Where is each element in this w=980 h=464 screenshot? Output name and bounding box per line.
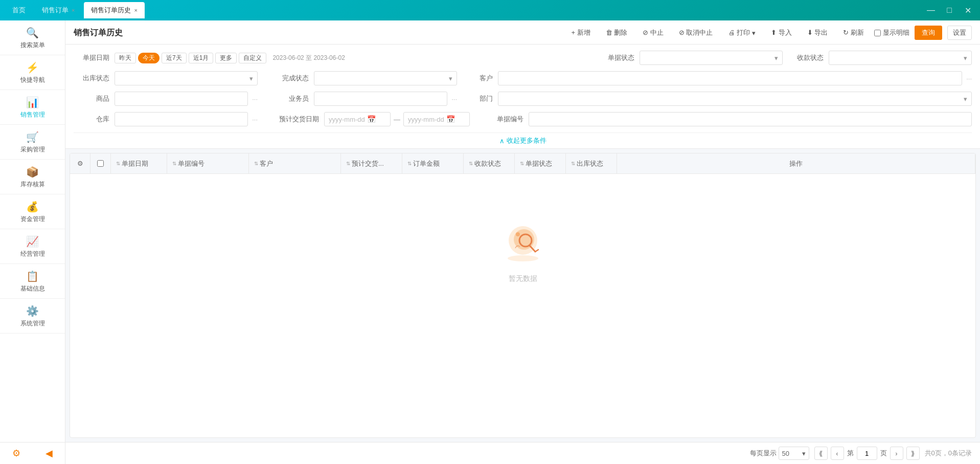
th-amount-label: 订单金额	[413, 159, 440, 168]
refresh-button[interactable]: ↻ 刷新	[838, 26, 869, 39]
settings-button[interactable]: 设置	[947, 26, 972, 40]
sidebar-item-inventory[interactable]: 📦 库存核算	[0, 160, 65, 194]
select-all-checkbox[interactable]	[97, 160, 104, 167]
sidebar-item-sales[interactable]: 📊 销售管理	[0, 90, 65, 125]
date-custom-btn[interactable]: 自定义	[239, 53, 266, 63]
first-page-btn[interactable]: ⟪	[814, 447, 828, 460]
pay-status-select[interactable]: ▾	[829, 51, 972, 65]
out-status-filter-label: 出库状态	[74, 74, 115, 83]
next-page-btn[interactable]: ›	[890, 447, 903, 460]
doc-number-input[interactable]	[529, 112, 972, 126]
th-customer[interactable]: ⇅ 客户	[249, 153, 341, 173]
sidebar-item-basic-info[interactable]: 📋 基础信息	[0, 264, 65, 299]
minimize-button[interactable]: —	[924, 3, 938, 17]
delivery-date-end[interactable]: yyyy-mm-dd 📅	[403, 112, 470, 126]
query-label: 查询	[922, 28, 935, 37]
tab-sales-order[interactable]: 销售订单 ×	[35, 2, 82, 18]
sidebar: 🔍 搜索菜单 ⚡ 快捷导航 📊 销售管理 🛒 采购管理 📦 库存核算 💰 资金管…	[0, 20, 65, 464]
goods-dots[interactable]: ···	[252, 95, 258, 103]
department-select[interactable]: ▾	[498, 92, 972, 106]
sidebar-item-operations[interactable]: 📈 经营管理	[0, 229, 65, 264]
new-button[interactable]: + 新增	[566, 26, 595, 39]
th-delivery[interactable]: ⇅ 预计交货...	[341, 153, 402, 173]
th-pay-status[interactable]: ⇅ 收款状态	[464, 153, 515, 173]
collapse-button[interactable]: ∧ 收起更多条件	[74, 132, 972, 148]
sidebar-collapse-icon[interactable]: ◀	[45, 448, 53, 459]
date-yesterday-btn[interactable]: 昨天	[115, 53, 136, 63]
doc-status-select[interactable]: ▾	[640, 51, 783, 65]
page-header: 销售订单历史 + 新增 🗑 删除 ⊘ 中止 ⊘ 取消中止 🖨 打印 ▾	[65, 20, 980, 45]
close-button[interactable]: ✕	[961, 3, 975, 17]
th-order[interactable]: ⇅ 单据编号	[167, 153, 249, 173]
search-menu-icon: 🔍	[26, 27, 39, 39]
complete-status-arrow: ▾	[449, 75, 452, 82]
date-more-btn[interactable]: 更多	[215, 53, 237, 63]
th-out-status[interactable]: ⇅ 出库状态	[566, 153, 617, 173]
export-button[interactable]: ⬇ 导出	[802, 26, 833, 39]
th-settings[interactable]: ⚙	[70, 153, 90, 173]
th-amount[interactable]: ⇅ 订单金额	[402, 153, 464, 173]
sidebar-bottom: ⚙ ◀	[0, 442, 65, 464]
warehouse-dots[interactable]: ···	[252, 116, 258, 123]
customer-dots[interactable]: ···	[966, 75, 972, 82]
page-size-dropdown[interactable]: 50 ▾	[779, 447, 809, 460]
tab-sales-order-history-close[interactable]: ×	[134, 7, 137, 13]
date-1month-btn[interactable]: 近1月	[189, 53, 214, 63]
goods-input[interactable]	[115, 92, 248, 106]
sys-mgmt-icon: ⚙️	[26, 305, 39, 317]
sidebar-item-quick-nav[interactable]: ⚡ 快捷导航	[0, 55, 65, 90]
tab-sales-order-history-label: 销售订单历史	[91, 6, 131, 15]
customer-input[interactable]	[498, 71, 962, 85]
maximize-button[interactable]: □	[942, 3, 956, 17]
svg-point-0	[508, 255, 538, 261]
date-7days-btn[interactable]: 近7天	[162, 53, 187, 63]
display-cols-input[interactable]	[874, 30, 881, 36]
import-button[interactable]: ⬆ 导入	[766, 26, 797, 39]
sidebar-item-purchase[interactable]: 🛒 采购管理	[0, 125, 65, 160]
warehouse-input[interactable]	[115, 112, 248, 126]
sidebar-settings-icon[interactable]: ⚙	[12, 448, 20, 459]
date-today-btn[interactable]: 今天	[138, 53, 159, 63]
delete-button[interactable]: 🗑 删除	[601, 26, 633, 39]
th-action: 操作	[617, 153, 975, 173]
date-filter-label: 单据日期	[74, 53, 115, 62]
salesperson-input[interactable]	[314, 92, 447, 106]
print-dropdown-icon[interactable]: ▾	[752, 29, 756, 37]
empty-state: 暂无数据	[70, 174, 975, 324]
cancel-stop-button[interactable]: ⊘ 取消中止	[674, 26, 718, 39]
page-title: 销售订单历史	[74, 28, 123, 38]
calendar-start-icon: 📅	[367, 115, 376, 123]
complete-status-select[interactable]: ▾	[314, 71, 457, 85]
doc-status-label: 单据状态	[594, 53, 640, 62]
sidebar-item-search-menu[interactable]: 🔍 搜索菜单	[0, 20, 65, 55]
doc-status-arrow: ▾	[774, 54, 778, 62]
print-button[interactable]: 🖨 打印 ▾	[723, 26, 761, 39]
th-date[interactable]: ⇅ 单据日期	[111, 153, 167, 173]
filter-row-1: 单据日期 昨天 今天 近7天 近1月 更多 自定义 2023-06-02 至 2…	[74, 51, 972, 65]
cancel-stop-label: ⊘ 取消中止	[679, 28, 713, 37]
collapse-label: 收起更多条件	[507, 136, 546, 145]
th-checkbox[interactable]	[90, 153, 111, 173]
display-cols-checkbox[interactable]: 显示明细	[874, 28, 909, 37]
sort-icon-order: ⇅	[172, 161, 176, 166]
query-button[interactable]: 查询	[915, 26, 942, 40]
th-doc-status[interactable]: ⇅ 单据状态	[515, 153, 566, 173]
page-number-input[interactable]	[857, 447, 877, 460]
th-action-label: 操作	[789, 159, 803, 168]
salesperson-dots[interactable]: ···	[451, 95, 457, 103]
out-status-select[interactable]: ▾	[115, 71, 258, 85]
prev-page-btn[interactable]: ‹	[831, 447, 844, 460]
sidebar-item-finance[interactable]: 💰 资金管理	[0, 194, 65, 229]
tab-sales-order-close[interactable]: ×	[72, 7, 75, 13]
delivery-date-start[interactable]: yyyy-mm-dd 📅	[324, 112, 391, 126]
last-page-btn[interactable]: ⟫	[906, 447, 920, 460]
stop-button[interactable]: ⊘ 中止	[637, 26, 669, 39]
tab-sales-order-history[interactable]: 销售订单历史 ×	[84, 2, 144, 18]
delivery-date-end-text: yyyy-mm-dd	[408, 116, 444, 123]
export-label: ⬇ 导出	[807, 28, 828, 37]
sidebar-item-sys-mgmt[interactable]: ⚙️ 系统管理	[0, 299, 65, 334]
purchase-icon: 🛒	[26, 131, 39, 143]
sort-icon-date: ⇅	[116, 161, 120, 166]
tab-home[interactable]: 首页	[5, 2, 33, 18]
sort-icon-out: ⇅	[571, 161, 575, 166]
